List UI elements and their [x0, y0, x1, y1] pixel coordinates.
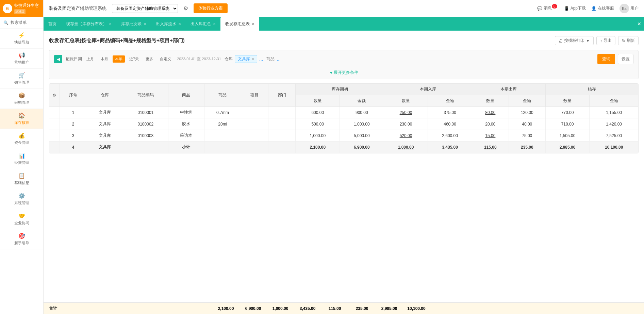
- filter-right-actions: 查询 设置: [597, 54, 633, 64]
- system-icon: ⚙️: [18, 193, 25, 199]
- warehouse-filter-label: 仓库: [225, 56, 233, 62]
- th-close-qty: 数量: [545, 95, 590, 107]
- date-btn-this-month[interactable]: 本月: [98, 55, 111, 63]
- sidebar: 6 畅捷通好生意 标准版 🔍 搜索菜单 ⚡ 快捷导航 📢 营销推广 🛒 销售管理…: [0, 0, 44, 314]
- date-filter-label: 记账日期: [66, 56, 82, 62]
- experience-btn[interactable]: 体验行业方案: [194, 3, 228, 13]
- sidebar-item-operations[interactable]: 📊 经营管理: [0, 149, 43, 169]
- online-service-item[interactable]: 👤 在线客服: [591, 5, 614, 11]
- total-out-qty: 115.00: [321, 306, 348, 311]
- total-in-amt: 3,435.00: [294, 306, 321, 311]
- refresh-btn[interactable]: ↻ 刷新: [618, 36, 639, 45]
- sidebar-item-finance[interactable]: 💰 资金管理: [0, 129, 43, 149]
- subtotal-name: 小计: [168, 142, 204, 153]
- user-item[interactable]: Ea 用户: [620, 4, 639, 13]
- date-btn-7days[interactable]: 近7天: [127, 55, 141, 63]
- subtotal-out-qty[interactable]: 115.00: [472, 142, 509, 153]
- service-icon: 👤: [591, 6, 596, 11]
- date-btn-custom[interactable]: 自定义: [158, 55, 174, 63]
- sidebar-item-inventory[interactable]: 🏠 库存核算: [0, 109, 43, 129]
- cell-out-qty[interactable]: 80.00: [472, 107, 509, 118]
- th-close-amt: 金额: [590, 95, 638, 107]
- cell-in-qty[interactable]: 520.00: [384, 130, 428, 142]
- app-download-item[interactable]: 📱 App下载: [564, 5, 586, 11]
- sidebar-item-quick-nav[interactable]: ⚡ 快捷导航: [0, 29, 43, 49]
- th-gear[interactable]: ⚙: [49, 84, 60, 107]
- logo-icon: 6: [3, 4, 12, 13]
- marketing-icon: 📢: [18, 52, 25, 59]
- tab-close-batch-ledger[interactable]: ✕: [144, 22, 146, 26]
- cell-warehouse: 文具库: [87, 107, 123, 118]
- goods-filter-dots[interactable]: ...: [277, 56, 281, 62]
- gear-icon[interactable]: ⚙: [183, 5, 188, 12]
- cell-spec: [204, 130, 241, 142]
- subtotal-out-amt: 235.00: [509, 142, 545, 153]
- subtotal-no: 4: [60, 142, 87, 153]
- tab-inout-flow[interactable]: 出入库流水 ✕: [151, 17, 186, 31]
- cell-code: 0100002: [123, 118, 168, 130]
- tabs-bar: 首页 现存量（库存分布表） ✕ 库存批次账 ✕ 出入库流水 ✕ 出入库汇总 ✕ …: [44, 17, 644, 31]
- search-menu[interactable]: 🔍 搜索菜单: [0, 17, 43, 29]
- cell-in-qty[interactable]: 250.00: [384, 107, 428, 118]
- tab-inout-summary[interactable]: 出入库汇总 ✕: [186, 17, 220, 31]
- system-select[interactable]: 装备及固定资产辅助管理系统: [112, 4, 178, 13]
- warehouse-filter-dots[interactable]: ...: [259, 56, 263, 62]
- warehouse-filter-tag[interactable]: 文具库 ✕: [235, 55, 257, 63]
- export-btn[interactable]: ↑ 导出: [596, 36, 615, 45]
- subtotal-in-qty[interactable]: 1,000.00: [384, 142, 428, 153]
- date-range-display: 2023-01-01 至 2023-12-31: [177, 56, 221, 62]
- header-right: 💬 消息 6 📱 App下载 👤 在线客服 Ea 用户: [537, 4, 639, 13]
- date-btn-this-year[interactable]: 本年: [113, 55, 125, 63]
- tab-recv-send-summary[interactable]: 收发存汇总表 ✕: [220, 17, 259, 31]
- settings-btn[interactable]: 设置: [618, 54, 633, 64]
- tab-stock-dist[interactable]: 现存量（库存分布表） ✕: [61, 17, 116, 31]
- cell-gear: [49, 130, 60, 142]
- total-out-amt: 235.00: [348, 306, 376, 311]
- cell-out-qty[interactable]: 15.00: [472, 130, 509, 142]
- sidebar-item-enterprise[interactable]: 🤝 企业协同: [0, 209, 43, 229]
- cell-open-qty: 500.00: [296, 118, 340, 130]
- date-filter-group: 记账日期 上月 本月 本年 近7天 更多 自定义: [66, 55, 174, 63]
- tab-close-inout-summary[interactable]: ✕: [213, 22, 216, 26]
- date-btn-more[interactable]: 更多: [143, 55, 155, 63]
- goods-filter-label: 商品: [266, 56, 275, 62]
- cell-out-qty[interactable]: 20.00: [472, 118, 509, 130]
- export-icon: ↑: [600, 38, 602, 43]
- sidebar-item-system[interactable]: ⚙️ 系统管理: [0, 189, 43, 209]
- th-group-out: 本期出库: [472, 84, 545, 95]
- tab-close-stock-dist[interactable]: ✕: [109, 22, 112, 26]
- filter-toggle-btn[interactable]: ◀: [54, 55, 62, 63]
- tabs-close-all-btn[interactable]: ✕: [637, 21, 641, 27]
- cell-close-qty: 1,505.00: [545, 130, 590, 142]
- sidebar-item-purchase[interactable]: 📦 采购管理: [0, 89, 43, 109]
- cell-open-amt: 5,000.00: [340, 130, 384, 142]
- th-in-qty: 数量: [384, 95, 428, 107]
- print-icon: 🖨: [559, 38, 563, 43]
- message-item[interactable]: 💬 消息 6: [537, 5, 559, 11]
- query-btn[interactable]: 查询: [597, 54, 615, 64]
- date-btn-last-month[interactable]: 上月: [84, 55, 96, 63]
- tab-close-inout-flow[interactable]: ✕: [178, 22, 181, 26]
- top-header: 装备及固定资产辅助管理系统 装备及固定资产辅助管理系统 ⚙ 体验行业方案 💬 消…: [44, 0, 644, 17]
- cell-gear: [49, 107, 60, 118]
- tab-home[interactable]: 首页: [44, 17, 61, 31]
- cell-out-amt: 120.00: [509, 107, 545, 118]
- tab-batch-ledger[interactable]: 库存批次账 ✕: [116, 17, 151, 31]
- sidebar-item-sales[interactable]: 🛒 销售管理: [0, 69, 43, 89]
- cell-in-qty[interactable]: 230.00: [384, 118, 428, 130]
- sidebar-item-base-info[interactable]: 📋 基础信息: [0, 169, 43, 189]
- warehouse-tag-close[interactable]: ✕: [251, 57, 254, 61]
- print-btn[interactable]: 🖨 按模板打印 ▼: [555, 36, 594, 45]
- search-icon: 🔍: [3, 20, 9, 25]
- th-group-closing: 结存: [545, 84, 638, 95]
- tab-close-recv-send[interactable]: ✕: [252, 22, 254, 26]
- cell-no: 1: [60, 107, 87, 118]
- cell-dept: [268, 118, 296, 130]
- sidebar-item-marketing[interactable]: 📢 营销推广: [0, 49, 43, 69]
- total-close-qty: 2,985.00: [376, 306, 403, 311]
- cell-close-amt: 1,155.00: [590, 107, 638, 118]
- subtotal-project: [241, 142, 268, 153]
- subtotal-code: [123, 142, 168, 153]
- sidebar-item-guide[interactable]: 🎯 新手引导: [0, 229, 43, 249]
- filter-expand-btn[interactable]: ▼ 展开更多条件: [54, 70, 633, 76]
